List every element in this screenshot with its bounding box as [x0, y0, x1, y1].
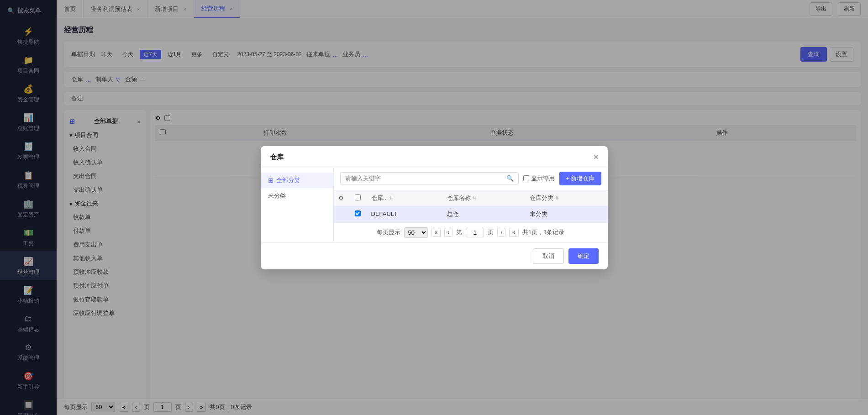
show-disabled-label[interactable]: 显示停用	[523, 174, 555, 183]
dialog-tree: ⊞ 全部分类 未分类	[261, 167, 334, 242]
th-code: 仓库... ⇅	[367, 190, 443, 206]
dialog-search-icon: 🔍	[506, 175, 514, 182]
confirm-button[interactable]: 确定	[568, 248, 599, 264]
row-name-cell: 总仓	[442, 206, 525, 222]
warehouse-table-row[interactable]: DEFAULT 总仓 未分类	[334, 206, 608, 222]
dialog-prev-btn[interactable]: ‹	[444, 228, 452, 237]
row-category-cell: 未分类	[525, 206, 608, 222]
show-disabled-checkbox[interactable]	[523, 175, 529, 181]
cancel-button[interactable]: 取消	[533, 248, 564, 264]
th-category: 仓库分类 ⇅	[525, 190, 608, 206]
th-settings: ⚙	[334, 190, 350, 206]
dialog-pagination: 每页显示 50 100 « ‹ 第 页 › » 共1页，1条记录	[334, 222, 608, 242]
warehouse-table-body: DEFAULT 总仓 未分类	[334, 206, 608, 222]
warehouse-select-all[interactable]	[355, 194, 361, 200]
row-settings-cell	[334, 206, 350, 222]
dialog-close-button[interactable]: ×	[594, 152, 599, 162]
row-check-cell[interactable]	[350, 206, 367, 222]
code-sort-icon: ⇅	[389, 195, 393, 200]
category-sort-icon: ⇅	[555, 195, 559, 200]
dialog-page-label: 第	[456, 228, 462, 236]
dialog-right: 🔍 显示停用 + 新增仓库 ⚙	[334, 167, 608, 242]
warehouse-table-header: ⚙ 仓库... ⇅ 仓库名称	[334, 190, 608, 206]
dialog-search-input[interactable]	[345, 175, 504, 182]
dialog-per-page-label: 每页显示	[377, 228, 400, 236]
dialog-page-suffix: 页	[488, 228, 494, 236]
dialog-table: ⚙ 仓库... ⇅ 仓库名称	[334, 190, 608, 222]
dialog-first-btn[interactable]: «	[431, 228, 441, 237]
warehouse-dialog: 仓库 × ⊞ 全部分类 未分类 🔍	[261, 146, 608, 269]
name-sort-icon: ⇅	[473, 195, 476, 200]
add-warehouse-button[interactable]: + 新增仓库	[559, 172, 601, 185]
dialog-tree-all[interactable]: ⊞ 全部分类	[261, 173, 333, 188]
th-select	[350, 190, 367, 206]
dialog-tree-unclassified[interactable]: 未分类	[261, 188, 333, 204]
th-name: 仓库名称 ⇅	[442, 190, 525, 206]
dialog-header: 仓库 ×	[261, 146, 608, 167]
dialog-page-input[interactable]	[466, 228, 484, 237]
dialog-overlay: 仓库 × ⊞ 全部分类 未分类 🔍	[0, 0, 868, 415]
warehouse-table: ⚙ 仓库... ⇅ 仓库名称	[334, 190, 608, 222]
dialog-per-page-select[interactable]: 50 100	[404, 227, 428, 238]
row-code-cell: DEFAULT	[367, 206, 443, 222]
dialog-toolbar: 🔍 显示停用 + 新增仓库	[334, 167, 608, 190]
dialog-total-info: 共1页，1条记录	[522, 228, 564, 236]
dialog-search-box[interactable]: 🔍	[340, 172, 519, 184]
dialog-title: 仓库	[270, 153, 284, 162]
dialog-last-btn[interactable]: »	[509, 228, 519, 237]
dialog-body: ⊞ 全部分类 未分类 🔍 显示停用	[261, 167, 608, 242]
dialog-footer: 取消 确定	[261, 242, 608, 269]
dialog-next-btn[interactable]: ›	[497, 228, 505, 237]
all-categories-icon: ⊞	[268, 177, 274, 184]
row-checkbox[interactable]	[355, 210, 361, 216]
